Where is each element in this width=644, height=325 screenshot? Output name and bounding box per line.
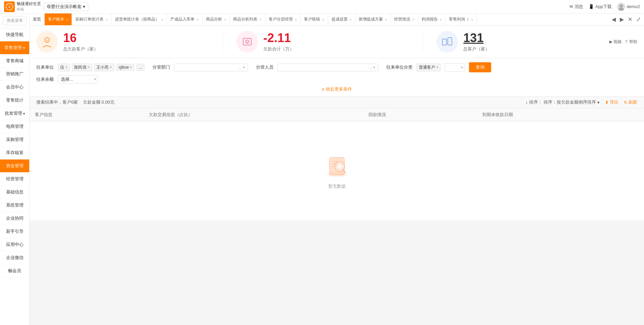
total-customers-number: 16 bbox=[63, 31, 98, 45]
tab-profit-report[interactable]: 利润报告 × bbox=[418, 13, 445, 26]
sidebar-item-vip-member[interactable]: 畅会员 bbox=[0, 264, 29, 278]
tab-customer-tier[interactable]: 客户分层经营 × bbox=[265, 13, 301, 26]
close-business-status-icon[interactable]: × bbox=[412, 17, 414, 22]
tab-business-status[interactable]: 经营情况 × bbox=[391, 13, 418, 26]
close-customer-contact-icon[interactable]: × bbox=[322, 17, 324, 22]
close-product-analysis-icon[interactable]: × bbox=[224, 17, 226, 22]
message-icon: ✉ bbox=[569, 4, 573, 9]
search-menu-btn[interactable]: 搜索菜单 bbox=[3, 16, 27, 25]
product-inbound-label: 产成品入库单 bbox=[170, 16, 195, 22]
dept-selector[interactable]: ... ▾ bbox=[174, 64, 248, 71]
person-more-icon[interactable]: ... bbox=[368, 65, 372, 70]
sidebar-item-retail-mall[interactable]: 零售商城 bbox=[0, 55, 29, 68]
sidebar-item-enterprise-wechat[interactable]: 企业微信 bbox=[0, 251, 29, 264]
remove-wang-btn[interactable]: × bbox=[110, 65, 112, 70]
query-button[interactable]: 查询 bbox=[469, 62, 491, 72]
collapse-conditions-btn[interactable]: ∧ 收起更多条件 bbox=[321, 86, 352, 92]
remove-cjttcw-btn[interactable]: × bbox=[130, 65, 132, 70]
refresh-btn[interactable]: ↻ 刷新 bbox=[624, 99, 637, 105]
refresh-label: 刷新 bbox=[629, 99, 637, 105]
sidebar-item-ecommerce[interactable]: 电商管理 bbox=[0, 120, 29, 133]
workspace-arrow-icon: ▾ bbox=[83, 4, 85, 9]
workspace-selector[interactable]: 母婴行业演示帐套 ▾ bbox=[44, 2, 88, 11]
filter-tag-wang: 王小亮 × bbox=[94, 64, 114, 71]
tab-promo-settings[interactable]: 提成设置 × bbox=[328, 13, 355, 26]
dept-more-icon[interactable]: ... bbox=[238, 65, 242, 70]
tab-home[interactable]: 首页 bbox=[30, 13, 45, 26]
sidebar-item-basic-info[interactable]: 基础信息 bbox=[0, 186, 29, 199]
sidebar-item-app-center[interactable]: 应用中心 bbox=[0, 238, 29, 251]
sidebar-item-quick-nav[interactable]: 快捷导航 bbox=[0, 28, 29, 41]
stats-bar: ¥ 16 总欠款客户（家） bbox=[30, 26, 644, 58]
tab-close-all-btn[interactable]: ✕ bbox=[627, 15, 634, 23]
close-profit-report-icon[interactable]: × bbox=[440, 17, 442, 22]
unit-class-filter-tags: 普通客户 × bbox=[417, 64, 441, 71]
tab-product-analysis[interactable]: 商品分析 × bbox=[203, 13, 230, 26]
customers-icon-bg: ¥ bbox=[36, 31, 58, 52]
tab-bar: 首页 客户账本 × 采购订单统计表 × 进货单统计表（按商品） × 产成品入库单… bbox=[30, 13, 644, 26]
add-more-unit-btn[interactable]: ... bbox=[136, 64, 144, 71]
tab-purchase-order-stats[interactable]: 采购订单统计表 × bbox=[72, 13, 111, 26]
message-btn[interactable]: ✉ 消息 bbox=[569, 4, 583, 10]
close-product-inbound-icon[interactable]: × bbox=[197, 17, 199, 22]
balance-selector[interactable]: 选择... bbox=[58, 75, 98, 83]
tab-customer-contact[interactable]: 客户联络 × bbox=[301, 13, 328, 26]
table-container: 客户信息 欠款交易信息（占比） 回款情况 到期未收款日期 bbox=[30, 108, 644, 221]
help-link[interactable]: ？ 帮助 bbox=[624, 39, 637, 45]
tab-incoming-stats[interactable]: 进货单统计表（按商品） × bbox=[112, 13, 167, 26]
sidebar-item-retail-mgmt[interactable]: 零售管理 ▾ bbox=[0, 41, 29, 55]
app-download-btn[interactable]: 📱 App下载 bbox=[589, 4, 612, 10]
empty-state-cell: 暂无数据 bbox=[30, 121, 644, 221]
close-new-promo-plan-icon[interactable]: × bbox=[385, 17, 387, 22]
remove-chen-btn[interactable]: × bbox=[87, 65, 90, 70]
svg-point-3 bbox=[618, 8, 624, 11]
sidebar-item-retail-stats[interactable]: 零售统计 bbox=[0, 94, 29, 107]
sidebar-item-inventory[interactable]: 库存核算 bbox=[0, 146, 29, 159]
sidebar-item-system-mgmt[interactable]: 系统管理 bbox=[0, 199, 29, 212]
close-product-analysis-list-icon[interactable]: × bbox=[259, 17, 261, 22]
stat-divider-2 bbox=[423, 32, 423, 52]
video-link[interactable]: ▶ 视频 bbox=[609, 39, 621, 45]
tab-product-inbound[interactable]: 产成品入库单 × bbox=[167, 13, 202, 26]
empty-icon-area bbox=[320, 152, 354, 179]
stat-icon-total bbox=[436, 31, 458, 52]
close-customer-accounts-icon[interactable]: × bbox=[66, 17, 68, 22]
close-purchase-order-icon[interactable]: × bbox=[105, 17, 108, 22]
close-customer-tier-icon[interactable]: × bbox=[295, 17, 297, 22]
tab-product-analysis-list[interactable]: 商品分析列表 × bbox=[230, 13, 265, 26]
main-layout: 搜索菜单 快捷导航 零售管理 ▾ 零售商城 营销推广 会员中心 零售统计 批发管… bbox=[0, 13, 644, 325]
user-avatar[interactable]: demo2 bbox=[617, 3, 640, 11]
remove-wu-btn[interactable]: × bbox=[65, 65, 68, 70]
sidebar-item-purchase-mgmt[interactable]: 采购管理 bbox=[0, 133, 29, 146]
tab-retail-profit[interactable]: 零售利润（ × bbox=[445, 13, 477, 26]
tab-customer-accounts[interactable]: 客户账本 × bbox=[45, 13, 72, 26]
close-incoming-stats-icon[interactable]: × bbox=[161, 17, 163, 22]
empty-state-row: 暂无数据 bbox=[30, 121, 644, 221]
filter-tag-wu: 伍 × bbox=[58, 64, 70, 71]
tab-new-promo-plan[interactable]: 新增提成方案 × bbox=[355, 13, 391, 26]
tab-expand-btn[interactable]: ⤢ bbox=[635, 15, 642, 23]
logo-icon: ¥ bbox=[4, 1, 15, 12]
total-customers2-label: 总客户（家） bbox=[463, 46, 489, 52]
unit-class-selector[interactable] bbox=[445, 63, 465, 72]
sidebar-item-enterprise[interactable]: 企业协同 bbox=[0, 212, 29, 225]
tab-scroll-right-btn[interactable]: ▶ bbox=[618, 15, 625, 23]
sidebar-item-member-center[interactable]: 会员中心 bbox=[0, 81, 29, 94]
tab-scroll-left-btn[interactable]: ◀ bbox=[610, 15, 617, 23]
sidebar-item-wholesale-mgmt[interactable]: 批发管理 ▾ bbox=[0, 107, 29, 120]
sidebar-item-finance-mgmt[interactable]: 资金管理 bbox=[0, 159, 29, 173]
export-label: 导出 bbox=[610, 99, 618, 105]
sidebar-item-marketing[interactable]: 营销推广 bbox=[0, 68, 29, 81]
export-btn[interactable]: ⬆ 导出 bbox=[605, 99, 618, 105]
remove-normal-customer-btn[interactable]: × bbox=[436, 65, 438, 70]
sidebar-item-ops-mgmt[interactable]: 经营管理 bbox=[0, 173, 29, 186]
close-retail-profit-icon[interactable]: × bbox=[471, 17, 473, 22]
sort-selector[interactable]: ↕ 排序： 排序：按欠款金额倒序排序 ▾ bbox=[526, 99, 600, 105]
sidebar-item-new-guide[interactable]: 新手引导 bbox=[0, 225, 29, 238]
logo-svg: ¥ bbox=[6, 3, 13, 10]
sidebar-search-area: 搜索菜单 bbox=[0, 13, 29, 28]
person-selector[interactable]: ... ▾ bbox=[277, 64, 378, 71]
close-promo-settings-icon[interactable]: × bbox=[350, 17, 352, 22]
unit-filter-label: 往来单位 bbox=[36, 64, 54, 70]
stat-icon-customers: ¥ bbox=[36, 31, 58, 52]
